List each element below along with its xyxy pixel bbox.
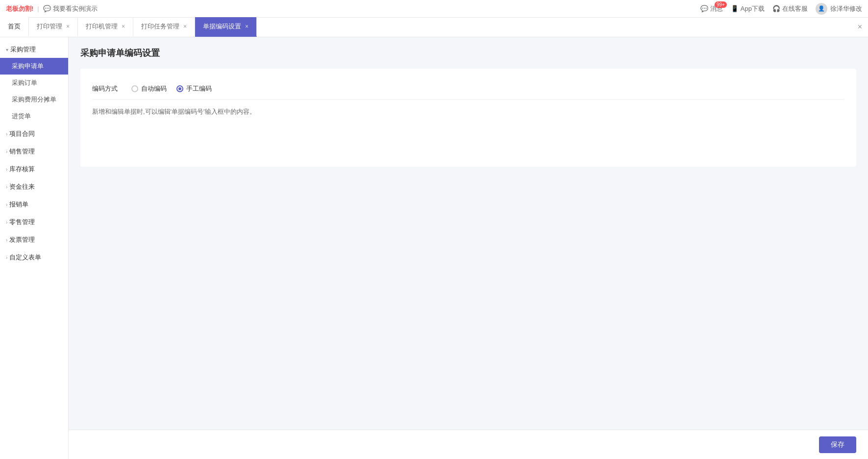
sidebar-group-capital: › 资金往来 (0, 178, 68, 195)
sidebar-group-retail: › 零售管理 (0, 214, 68, 230)
radio-auto-circle (131, 85, 138, 92)
tab-print-management-label: 打印管理 (37, 22, 62, 31)
encoding-label: 编码方式 (92, 84, 122, 93)
radio-auto-encoding[interactable]: 自动编码 (131, 84, 167, 93)
sidebar-group-purchase-title[interactable]: ▾ 采购管理 (0, 41, 68, 58)
message-badge: 99+ (715, 1, 727, 8)
sidebar: ▾ 采购管理 采购申请单 采购订单 采购费用分摊单 进货单 › 项目合同 (0, 37, 69, 459)
tab-printer-management-label: 打印机管理 (86, 22, 118, 31)
headset-icon: 🎧 (772, 5, 780, 12)
sidebar-item-purchase-request-label: 采购申请单 (12, 62, 44, 70)
demo-link[interactable]: 💬 我要看实例演示 (43, 4, 98, 13)
tab-printer-management[interactable]: 打印机管理 × (78, 17, 133, 37)
tab-bar-close-button[interactable]: × (852, 17, 868, 37)
tab-print-management[interactable]: 打印管理 × (29, 17, 78, 37)
sidebar-group-returns: › 报销单 (0, 196, 68, 213)
top-bar-logo: 老板勿割! (6, 4, 33, 13)
tab-single-code-label: 单据编码设置 (203, 22, 241, 31)
sidebar-item-purchase-order-label: 采购订单 (12, 79, 37, 86)
chevron-right-icon: › (6, 131, 7, 137)
content-body: 采购申请单编码设置 编码方式 自动编码 手工编码 (69, 37, 868, 430)
sidebar-group-invoice-title[interactable]: › 发票管理 (0, 231, 68, 248)
sidebar-group-custom-form-label: 自定义表单 (9, 253, 41, 262)
sidebar-group-sales: › 销售管理 (0, 143, 68, 160)
top-bar-left: 老板勿割! | 💬 我要看实例演示 (6, 4, 98, 13)
chevron-right-icon-8: › (6, 255, 7, 260)
sidebar-group-sales-title[interactable]: › 销售管理 (0, 143, 68, 160)
sidebar-group-custom-form-title[interactable]: › 自定义表单 (0, 249, 68, 266)
content-area: 采购申请单编码设置 编码方式 自动编码 手工编码 (69, 37, 868, 459)
tab-bar: 首页 打印管理 × 打印机管理 × 打印任务管理 × 单据编码设置 × × (0, 18, 868, 37)
sidebar-item-purchase-expense[interactable]: 采购费用分摊单 (0, 91, 68, 108)
sidebar-group-inventory-label: 库存核算 (9, 165, 35, 174)
radio-auto-label: 自动编码 (141, 84, 167, 93)
sidebar-group-invoice-label: 发票管理 (9, 235, 35, 244)
sidebar-group-project-title[interactable]: › 项目合同 (0, 126, 68, 142)
chevron-down-icon: ▾ (6, 47, 8, 52)
sidebar-group-sales-label: 销售管理 (9, 147, 35, 156)
radio-manual-circle (176, 85, 183, 92)
chevron-right-icon-4: › (6, 184, 7, 190)
sidebar-item-stock-in-label: 进货单 (12, 112, 31, 120)
chevron-right-icon-6: › (6, 220, 7, 225)
sidebar-item-stock-in[interactable]: 进货单 (0, 108, 68, 125)
content-footer: 保存 (69, 430, 868, 459)
top-bar: 老板勿割! | 💬 我要看实例演示 💬 消息 99+ 📱 App下载 🎧 在线客… (0, 0, 868, 18)
chevron-right-icon-7: › (6, 237, 7, 243)
user-name: 徐泽华修改 (830, 4, 862, 13)
save-button[interactable]: 保存 (819, 436, 856, 453)
sidebar-group-returns-title[interactable]: › 报销单 (0, 196, 68, 213)
sidebar-group-retail-label: 零售管理 (9, 218, 35, 227)
radio-manual-label: 手工编码 (186, 84, 212, 93)
avatar: 👤 (816, 3, 827, 15)
sidebar-group-custom-form: › 自定义表单 (0, 249, 68, 266)
demo-icon: 💬 (43, 5, 51, 12)
sidebar-group-purchase-label: 采购管理 (10, 45, 36, 54)
sidebar-group-project-label: 项目合同 (9, 129, 35, 138)
tab-close-print-task[interactable]: × (183, 23, 187, 30)
sidebar-group-returns-label: 报销单 (9, 200, 28, 209)
tab-close-single-code[interactable]: × (245, 23, 248, 30)
sidebar-group-inventory-title[interactable]: › 库存核算 (0, 161, 68, 178)
sidebar-item-purchase-request[interactable]: 采购申请单 (0, 58, 68, 75)
tab-close-printer-management[interactable]: × (122, 23, 125, 30)
app-download-button[interactable]: 📱 App下载 (731, 4, 765, 13)
message-icon: 💬 (700, 5, 708, 12)
radio-group: 自动编码 手工编码 (131, 84, 212, 93)
top-bar-right: 💬 消息 99+ 📱 App下载 🎧 在线客服 👤 徐泽华修改 (700, 3, 862, 15)
chevron-right-icon-5: › (6, 202, 7, 207)
sidebar-group-project: › 项目合同 (0, 126, 68, 142)
page-title: 采购申请单编码设置 (80, 47, 856, 59)
app-download-icon: 📱 (731, 5, 739, 12)
encoding-row: 编码方式 自动编码 手工编码 (92, 78, 844, 100)
sidebar-item-purchase-expense-label: 采购费用分摊单 (12, 96, 56, 103)
settings-card: 编码方式 自动编码 手工编码 新增和编辑单据时,可以编辑'单据编码号'输入框中的… (80, 69, 856, 167)
customer-service-label: 在线客服 (782, 4, 808, 13)
main-layout: ▾ 采购管理 采购申请单 采购订单 采购费用分摊单 进货单 › 项目合同 (0, 37, 868, 459)
hint-text: 新增和编辑单据时,可以编辑'单据编码号'输入框中的内容。 (92, 107, 844, 116)
radio-manual-encoding[interactable]: 手工编码 (176, 84, 212, 93)
tab-print-task[interactable]: 打印任务管理 × (133, 17, 195, 37)
sidebar-group-capital-label: 资金往来 (9, 182, 35, 191)
message-button[interactable]: 💬 消息 99+ (700, 4, 723, 13)
user-area[interactable]: 👤 徐泽华修改 (816, 3, 862, 15)
tab-print-task-label: 打印任务管理 (141, 22, 179, 31)
top-bar-divider: | (37, 5, 39, 12)
sidebar-item-purchase-order[interactable]: 采购订单 (0, 75, 68, 91)
sidebar-group-invoice: › 发票管理 (0, 231, 68, 248)
tab-home-label: 首页 (8, 22, 21, 31)
sidebar-group-retail-title[interactable]: › 零售管理 (0, 214, 68, 230)
customer-service-button[interactable]: 🎧 在线客服 (772, 4, 808, 13)
tab-single-code[interactable]: 单据编码设置 × (195, 17, 257, 37)
tab-close-print-management[interactable]: × (66, 23, 70, 30)
demo-text: 我要看实例演示 (53, 4, 98, 13)
sidebar-group-inventory: › 库存核算 (0, 161, 68, 178)
tab-home[interactable]: 首页 (0, 17, 29, 37)
sidebar-group-purchase: ▾ 采购管理 采购申请单 采购订单 采购费用分摊单 进货单 (0, 41, 68, 125)
chevron-right-icon-2: › (6, 149, 7, 154)
sidebar-group-capital-title[interactable]: › 资金往来 (0, 178, 68, 195)
app-download-label: App下载 (741, 4, 765, 13)
chevron-right-icon-3: › (6, 167, 7, 172)
